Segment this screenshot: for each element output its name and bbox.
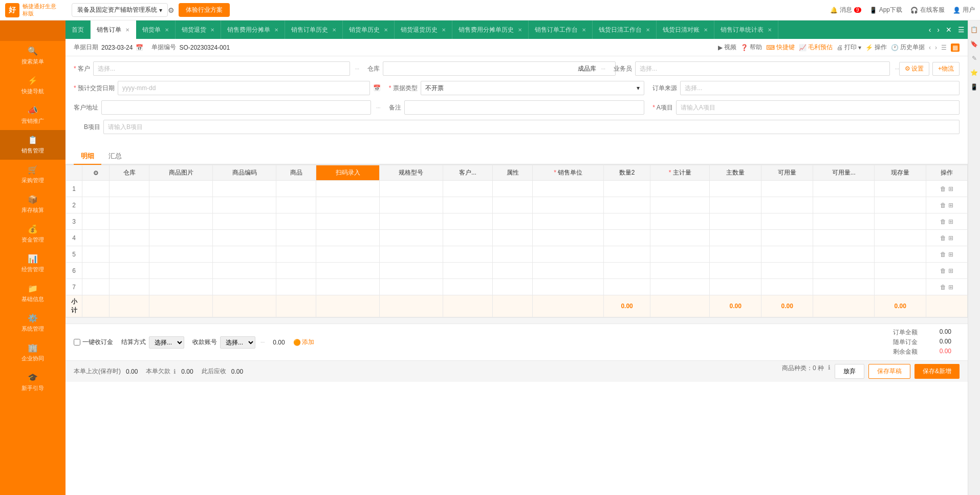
cell-customer-4[interactable]: [443, 246, 492, 263]
cell-available2-1[interactable]: [813, 197, 875, 213]
cell-attr-4[interactable]: [493, 246, 533, 263]
tab-11[interactable]: 钱货日清对账✕: [657, 20, 714, 39]
add-button[interactable]: 🟠 添加: [293, 338, 314, 347]
cell-customer-0[interactable]: [443, 181, 492, 197]
cell-stock-2[interactable]: [875, 213, 926, 230]
copy-icon-5[interactable]: ⊞: [948, 267, 953, 274]
tab-0[interactable]: 首页: [66, 20, 91, 39]
cell-actions-0[interactable]: 🗑 ⊞: [926, 181, 968, 197]
cell-customer-3[interactable]: [443, 230, 492, 246]
app-download-button[interactable]: 📱 App下载: [869, 6, 902, 14]
cell-settings-6[interactable]: [82, 279, 110, 295]
tab-7[interactable]: 销货退货历史✕: [395, 20, 452, 39]
cell-unit-6[interactable]: [533, 279, 604, 295]
detail-tab-1[interactable]: 汇总: [101, 148, 129, 165]
delete-icon-2[interactable]: 🗑: [940, 218, 946, 225]
one-click-check-input[interactable]: [74, 339, 80, 346]
staff-more-icon[interactable]: ···: [895, 66, 899, 72]
tab-prev-button[interactable]: ‹: [926, 26, 934, 34]
cell-scan-6[interactable]: [316, 279, 380, 295]
address-more-icon[interactable]: ···: [376, 105, 380, 111]
cell-attr-3[interactable]: [493, 230, 533, 246]
tab-8[interactable]: 销售费用分摊单历史✕: [452, 20, 529, 39]
cell-image-6[interactable]: [149, 279, 213, 295]
tab-menu-button[interactable]: ☰: [955, 26, 968, 34]
cell-scan-3[interactable]: [316, 230, 380, 246]
tab-close-12[interactable]: ✕: [768, 27, 772, 33]
system-selector[interactable]: 装备及固定资产辅助管理系统 ▾: [72, 3, 168, 17]
cell-unit-2[interactable]: [533, 213, 604, 230]
cell-product-2[interactable]: [276, 213, 316, 230]
cell-stock-5[interactable]: [875, 263, 926, 279]
detail-tab-0[interactable]: 明细: [74, 148, 101, 165]
tab-close-3[interactable]: ✕: [210, 27, 214, 33]
cell-mainUnit-0[interactable]: [650, 181, 710, 197]
cell-available-0[interactable]: [761, 181, 813, 197]
cell-available-5[interactable]: [761, 263, 813, 279]
cell-image-1[interactable]: [149, 197, 213, 213]
cell-available2-4[interactable]: [813, 246, 875, 263]
tab-10[interactable]: 钱货日清工作台✕: [593, 20, 657, 39]
cell-spec-3[interactable]: [380, 230, 443, 246]
cell-code-0[interactable]: [213, 181, 276, 197]
settings-button[interactable]: ⚙ 设置: [899, 62, 929, 76]
cell-image-5[interactable]: [149, 263, 213, 279]
cell-scan-5[interactable]: [316, 263, 380, 279]
cell-available-3[interactable]: [761, 230, 813, 246]
profit-button[interactable]: 📈 毛利预估: [799, 43, 833, 52]
tab-3[interactable]: 销货退货✕: [176, 20, 221, 39]
cell-attr-6[interactable]: [493, 279, 533, 295]
invoice-select[interactable]: 不开票 ▾: [421, 81, 645, 95]
sidebar-item-operation[interactable]: 📊经营管理: [0, 249, 66, 278]
cell-spec-1[interactable]: [380, 197, 443, 213]
solution-button[interactable]: 体验行业方案: [179, 3, 230, 17]
cell-mainQty-0[interactable]: [710, 181, 761, 197]
cell-warehouse-4[interactable]: [110, 246, 149, 263]
cell-settings-3[interactable]: [82, 230, 110, 246]
cell-available2-3[interactable]: [813, 230, 875, 246]
tab-close-4[interactable]: ✕: [274, 27, 278, 33]
cell-unit-4[interactable]: [533, 246, 604, 263]
cell-warehouse-6[interactable]: [110, 279, 149, 295]
cell-mainUnit-3[interactable]: [650, 230, 710, 246]
cell-code-6[interactable]: [213, 279, 276, 295]
cell-mainUnit-5[interactable]: [650, 263, 710, 279]
sidebar-item-system[interactable]: ⚙️系统管理: [0, 308, 66, 338]
cell-mainUnit-1[interactable]: [650, 197, 710, 213]
online-service-button[interactable]: 🎧 在线客服: [910, 6, 945, 14]
cell-mainUnit-4[interactable]: [650, 246, 710, 263]
cell-warehouse-0[interactable]: [110, 181, 149, 197]
cell-spec-0[interactable]: [380, 181, 443, 197]
cell-spec-6[interactable]: [380, 279, 443, 295]
cell-attr-2[interactable]: [493, 213, 533, 230]
right-icon-2[interactable]: 🔖: [969, 39, 979, 49]
cell-customer-5[interactable]: [443, 263, 492, 279]
add-logistics-button[interactable]: +物流: [932, 62, 960, 76]
tab-4[interactable]: 销售费用分摊单✕: [221, 20, 285, 39]
tab-close-10[interactable]: ✕: [646, 27, 650, 33]
right-icon-4[interactable]: ⭐: [969, 68, 979, 78]
cell-settings-1[interactable]: [82, 197, 110, 213]
settlement-select[interactable]: 选择...: [149, 336, 184, 349]
cell-customer-2[interactable]: [443, 213, 492, 230]
cell-mainUnit-2[interactable]: [650, 213, 710, 230]
cell-unit-3[interactable]: [533, 230, 604, 246]
cell-product-6[interactable]: [276, 279, 316, 295]
cell-available-6[interactable]: [761, 279, 813, 295]
cell-available2-0[interactable]: [813, 181, 875, 197]
cell-settings-0[interactable]: [82, 181, 110, 197]
tab-12[interactable]: 销售订单统计表✕: [714, 20, 778, 39]
right-icon-3[interactable]: ✎: [969, 53, 979, 63]
sidebar-item-sales[interactable]: 📋销售管理: [0, 130, 66, 160]
cell-qty2-6[interactable]: [604, 279, 650, 295]
cell-available-4[interactable]: [761, 246, 813, 263]
cell-available2-5[interactable]: [813, 263, 875, 279]
tab-5[interactable]: 销售订单历史✕: [285, 20, 343, 39]
operation-button[interactable]: ⚡ 操作: [865, 43, 887, 52]
cell-attr-0[interactable]: [493, 181, 533, 197]
cell-available-2[interactable]: [761, 213, 813, 230]
tab-close-11[interactable]: ✕: [704, 27, 708, 33]
tab-close-all-button[interactable]: ✕: [943, 26, 955, 34]
user-menu[interactable]: 👤 用户: [953, 6, 975, 14]
cell-customer-1[interactable]: [443, 197, 492, 213]
